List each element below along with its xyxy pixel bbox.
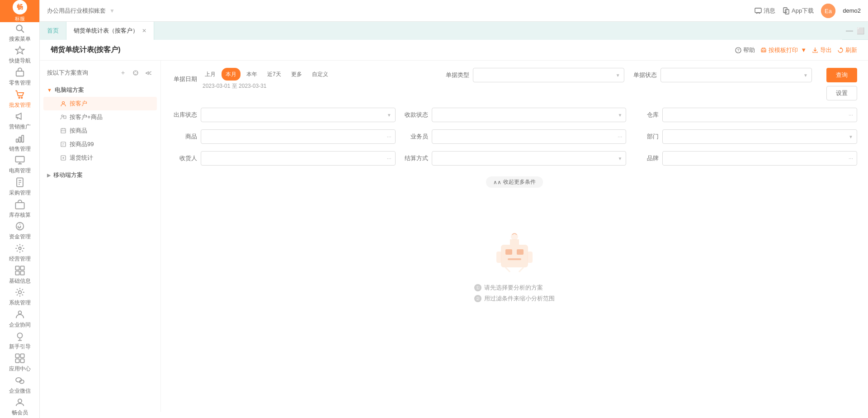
payment-label: 结算方式 xyxy=(403,154,428,162)
user-name[interactable]: demo2 xyxy=(843,7,861,14)
message-btn[interactable]: 消息 xyxy=(755,7,775,15)
sidebar-item-enterprise[interactable]: 企业协同 xyxy=(0,308,40,330)
goods-scheme-icon xyxy=(60,127,67,134)
sidebar-item-wechat[interactable]: 企业微信 xyxy=(0,374,40,396)
svg-rect-15 xyxy=(20,266,24,270)
print-icon xyxy=(760,47,767,53)
date-btn-last-7-days[interactable]: 近7天 xyxy=(263,68,285,81)
svg-rect-21 xyxy=(15,354,19,357)
brand-input[interactable]: ··· xyxy=(662,151,857,166)
tab-home[interactable]: 首页 xyxy=(40,22,66,40)
svg-rect-43 xyxy=(505,249,512,255)
refresh-btn[interactable]: 刷新 xyxy=(837,46,857,54)
payment-input[interactable]: ▼ xyxy=(432,151,627,166)
doc-status-input[interactable]: ▼ xyxy=(660,68,812,82)
window-min-btn[interactable]: — xyxy=(846,27,853,35)
goods-input[interactable]: ··· xyxy=(201,129,396,144)
date-btn-last-month[interactable]: 上月 xyxy=(201,68,220,81)
doc-type-input[interactable]: ▼ xyxy=(473,68,624,82)
app-icon xyxy=(15,353,25,363)
scheme-item-by-goods[interactable]: 按商品 xyxy=(43,124,157,138)
sidebar-item-search[interactable]: 搜索菜单 xyxy=(0,22,40,44)
refresh-scheme-btn[interactable] xyxy=(131,68,141,78)
svg-rect-45 xyxy=(508,258,521,260)
logo-area[interactable]: 畅 标服 xyxy=(0,0,40,22)
goods-more-icon: ··· xyxy=(387,133,392,140)
inventory-icon xyxy=(15,200,25,209)
sidebar-item-quicknav[interactable]: 快捷导航 xyxy=(0,44,40,66)
doc-type-label: 单据类型 xyxy=(444,71,469,79)
scheme-item-by-goods99[interactable]: 按商品99 xyxy=(43,138,157,151)
sidebar-item-finance[interactable]: 资金管理 xyxy=(0,220,40,242)
query-btn[interactable]: 查询 xyxy=(826,68,857,82)
sidebar-item-retail[interactable]: 零售管理 xyxy=(0,66,40,88)
export-btn[interactable]: 导出 xyxy=(812,46,832,54)
group-expand-icon: ▼ xyxy=(47,87,52,93)
sidebar-item-operation[interactable]: 经营管理 xyxy=(0,242,40,264)
sidebar-item-ecommerce[interactable]: 电商管理 xyxy=(0,154,40,176)
tab-sales-stat[interactable]: 销货单统计表（按客户） ✕ xyxy=(66,22,154,40)
scheme-item-by-customer-goods[interactable]: 按客户+商品 xyxy=(43,110,157,124)
empty-tip-1: ① 请先选择要分析的方案 xyxy=(474,284,555,292)
date-label: 单据日期 xyxy=(172,75,197,83)
receiver-more-icon: ··· xyxy=(387,155,392,162)
warehouse-filter: 仓库 ··· xyxy=(633,108,857,122)
scheme-item-return-stat[interactable]: 退货统计 xyxy=(43,151,157,165)
department-input[interactable]: ▼ xyxy=(662,129,857,144)
sidebar-item-purchase[interactable]: 采购管理 xyxy=(0,176,40,198)
scheme-item-by-customer[interactable]: 按客户 xyxy=(43,97,157,110)
filter-area: 按以下方案查询 ＋ ≪ ▼ 电脑端方案 xyxy=(40,61,868,412)
newbie-icon xyxy=(15,331,25,341)
receiver-input[interactable]: ··· xyxy=(201,151,396,166)
sidebar-item-appcenter[interactable]: 应用中心 xyxy=(0,352,40,374)
empty-tip-2: ② 用过滤条件来缩小分析范围 xyxy=(474,294,555,303)
tab-close-btn[interactable]: ✕ xyxy=(142,28,146,34)
sidebar-item-basic[interactable]: 基础信息 xyxy=(0,264,40,286)
finance-icon xyxy=(15,221,25,231)
user-avatar[interactable] xyxy=(821,4,835,18)
template-print-btn[interactable]: 按模板打印 ▼ xyxy=(760,46,807,54)
page-actions: ? 帮助 按模板打印 ▼ 导出 刷新 xyxy=(735,46,857,54)
sidebar-item-wholesale[interactable]: 批发管理 xyxy=(0,88,40,110)
svg-rect-8 xyxy=(22,135,24,142)
left-panel-title: 按以下方案查询 xyxy=(47,69,88,77)
basic-icon xyxy=(15,266,25,276)
date-btn-this-month[interactable]: 本月 xyxy=(222,68,241,81)
date-btn-custom[interactable]: 自定义 xyxy=(308,68,332,81)
warehouse-input[interactable]: ··· xyxy=(662,108,857,122)
system-icon xyxy=(15,287,25,297)
sidebar-item-system[interactable]: 系统管理 xyxy=(0,286,40,308)
help-btn[interactable]: ? 帮助 xyxy=(735,46,755,54)
sidebar-item-marketing[interactable]: 营销推广 xyxy=(0,110,40,132)
outstock-input[interactable]: ▼ xyxy=(201,108,396,122)
doc-type-filter: 单据类型 ▼ xyxy=(444,68,624,82)
page-title: 销货单统计表(按客户) xyxy=(51,45,121,55)
enterprise-icon xyxy=(15,309,25,319)
salesperson-input[interactable]: ··· xyxy=(432,129,627,144)
filter-row-3: 商品 ··· 业务员 ··· 部门 xyxy=(172,129,857,144)
app-download-btn[interactable]: App下载 xyxy=(783,7,814,15)
user-goods-scheme-icon xyxy=(60,114,67,121)
mobile-scheme-group-header[interactable]: ▶ 移动端方案 xyxy=(43,168,157,182)
window-max-btn[interactable]: ⬜ xyxy=(857,27,864,34)
brand-more-icon: ··· xyxy=(849,155,853,162)
collapse-left-btn[interactable]: ≪ xyxy=(143,68,153,78)
svg-point-37 xyxy=(61,115,63,117)
receiver-filter: 收货人 ··· xyxy=(172,151,396,166)
sidebar-item-inventory[interactable]: 库存核算 xyxy=(0,198,40,220)
desktop-scheme-group-header[interactable]: ▼ 电脑端方案 xyxy=(43,83,157,97)
outstock-label: 出库状态 xyxy=(172,111,197,119)
left-panel-header: 按以下方案查询 ＋ ≪ xyxy=(43,66,157,80)
sidebar-item-member[interactable]: 畅会员 xyxy=(0,396,40,418)
collect-input[interactable]: ▼ xyxy=(432,108,627,122)
sidebar-item-newbie[interactable]: 新手引导 xyxy=(0,330,40,352)
goods99-scheme-icon xyxy=(60,141,67,148)
collapse-more-btn[interactable]: ∧∧ 收起更多条件 xyxy=(486,176,543,188)
date-btn-more[interactable]: 更多 xyxy=(287,68,306,81)
sidebar-item-sales[interactable]: 销售管理 xyxy=(0,132,40,154)
add-scheme-btn[interactable]: ＋ xyxy=(118,68,128,78)
svg-rect-3 xyxy=(16,71,24,76)
settings-btn[interactable]: 设置 xyxy=(826,86,857,100)
date-btn-this-year[interactable]: 本年 xyxy=(242,68,261,81)
svg-point-4 xyxy=(19,97,20,98)
